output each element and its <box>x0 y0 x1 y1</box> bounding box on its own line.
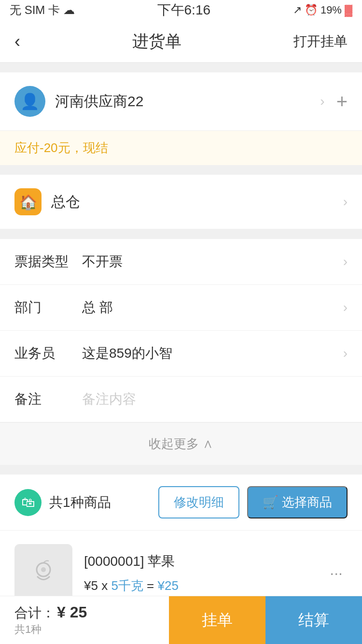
battery-icon: ▓ <box>345 4 352 16</box>
select-goods-icon: 🛒 <box>263 495 278 510</box>
department-label: 部门 <box>14 298 82 317</box>
salesperson-label: 业务员 <box>14 344 82 363</box>
collapse-bar[interactable]: 收起更多 ∧ <box>0 422 362 465</box>
supplier-actions: › + <box>320 92 348 111</box>
select-goods-button[interactable]: 🛒 选择商品 <box>247 486 348 518</box>
warehouse-row[interactable]: 🏠 总仓 › <box>0 175 362 229</box>
alarm-icon: ⏰ <box>305 4 318 16</box>
select-goods-label: 选择商品 <box>282 494 332 511</box>
product-unit-price: ¥5 x <box>84 578 111 593</box>
total-section: 合计： ¥ 25 共1种 <box>0 596 169 644</box>
open-hang-button[interactable]: 打开挂单 <box>293 32 348 51</box>
status-bar: 无 SIM 卡 ☁ 下午6:16 ↗ ⏰ 19% ▓ <box>0 0 362 20</box>
sim-status: 无 SIM 卡 ☁ <box>10 2 75 18</box>
product-more-button[interactable]: ··· <box>325 560 348 587</box>
goods-buttons: 修改明细 🛒 选择商品 <box>158 486 348 518</box>
warehouse-chevron-icon: › <box>343 194 348 210</box>
divider-1 <box>0 165 362 175</box>
department-chevron-icon: › <box>343 300 348 315</box>
goods-bag-icon: 🛍 <box>21 494 35 510</box>
remark-input[interactable]: 备注内容 <box>82 390 348 408</box>
ticket-type-value: 不开票 <box>82 252 338 271</box>
top-divider <box>0 63 362 72</box>
bottom-bar: 合计： ¥ 25 共1种 挂单 结算 <box>0 596 362 644</box>
supplier-name: 河南供应商22 <box>55 92 320 112</box>
goods-header: 🛍 共1种商品 修改明细 🛒 选择商品 <box>0 475 362 531</box>
ticket-type-chevron-icon: › <box>343 254 348 269</box>
warehouse-icon-wrap: 🏠 <box>14 188 42 215</box>
back-button[interactable]: ‹ <box>14 31 20 52</box>
total-amount: ¥ 25 <box>57 603 87 621</box>
add-supplier-button[interactable]: + <box>336 92 348 111</box>
svg-point-1 <box>41 567 46 572</box>
hang-button[interactable]: 挂单 <box>169 596 265 644</box>
status-time: 下午6:16 <box>157 1 211 19</box>
avatar-icon: 👤 <box>20 92 40 111</box>
warehouse-card: 🏠 总仓 › <box>0 175 362 229</box>
nav-bar: ‹ 进货单 打开挂单 <box>0 20 362 63</box>
product-qty: 5千克 <box>111 578 143 593</box>
checkout-label: 结算 <box>298 610 329 631</box>
total-sub: 共1种 <box>14 622 154 637</box>
goods-count-label: 共1种商品 <box>49 493 158 512</box>
salesperson-chevron-icon: › <box>343 346 348 361</box>
salesperson-value: 这是859的小智 <box>82 344 338 363</box>
hang-label: 挂单 <box>202 610 233 631</box>
collapse-label: 收起更多 ∧ <box>149 436 213 451</box>
supplier-chevron-icon: › <box>320 94 324 109</box>
warehouse-name: 总仓 <box>51 192 343 212</box>
form-card: 票据类型 不开票 › 部门 总 部 › 业务员 这是859的小智 › 备注 备注… <box>0 239 362 422</box>
product-thumbnail <box>14 544 72 602</box>
divider-3 <box>0 465 362 475</box>
battery-level: 19% <box>320 4 342 16</box>
supplier-card: 👤 河南供应商22 › + 应付-20元，现结 <box>0 72 362 165</box>
product-equals: = <box>143 578 158 593</box>
warehouse-icon: 🏠 <box>19 194 37 210</box>
notice-text: 应付-20元，现结 <box>14 140 108 155</box>
ticket-type-row[interactable]: 票据类型 不开票 › <box>0 239 362 285</box>
supplier-row[interactable]: 👤 河南供应商22 › + <box>0 72 362 131</box>
salesperson-row[interactable]: 业务员 这是859的小智 › <box>0 331 362 377</box>
total-label: 合计： <box>14 604 55 622</box>
product-info: [0000001] 苹果 ¥5 x 5千克 = ¥25 <box>84 552 325 594</box>
divider-2 <box>0 229 362 239</box>
product-thumb-icon <box>27 556 60 590</box>
goods-icon: 🛍 <box>14 489 42 516</box>
status-right: ↗ ⏰ 19% ▓ <box>293 4 352 16</box>
page-title: 进货单 <box>132 30 181 53</box>
notice-bar: 应付-20元，现结 <box>0 131 362 165</box>
checkout-button[interactable]: 结算 <box>265 596 362 644</box>
edit-detail-button[interactable]: 修改明细 <box>158 486 239 518</box>
goods-card: 🛍 共1种商品 修改明细 🛒 选择商品 [0000001] 苹果 ¥5 x 5千… <box>0 475 362 616</box>
status-left: 无 SIM 卡 ☁ <box>10 2 75 18</box>
supplier-avatar: 👤 <box>14 86 45 117</box>
ticket-type-label: 票据类型 <box>14 252 82 271</box>
department-row[interactable]: 部门 总 部 › <box>0 285 362 331</box>
product-total: ¥25 <box>157 578 178 593</box>
product-name: [0000001] 苹果 <box>84 552 325 571</box>
location-icon: ↗ <box>293 4 302 16</box>
department-value: 总 部 <box>82 298 338 317</box>
remark-row[interactable]: 备注 备注内容 <box>0 377 362 422</box>
remark-label: 备注 <box>14 390 82 408</box>
product-price: ¥5 x 5千克 = ¥25 <box>84 577 325 594</box>
